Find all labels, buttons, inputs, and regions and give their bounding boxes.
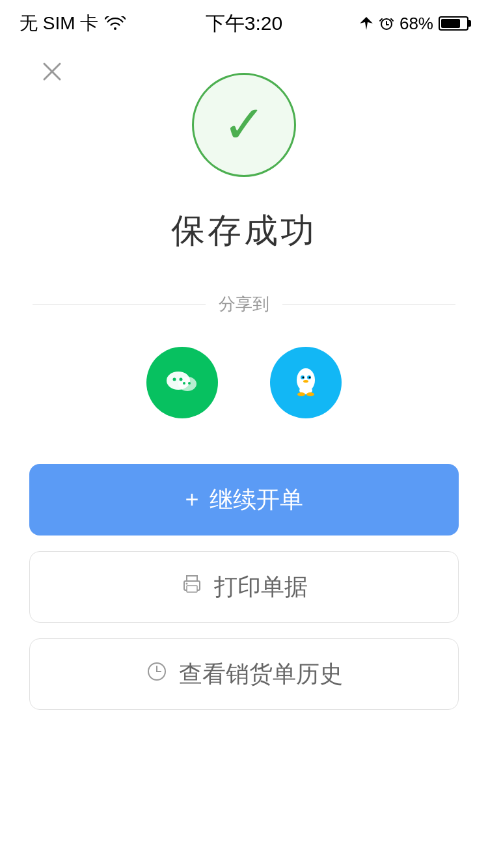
history-label: 查看销货单历史: [179, 658, 343, 690]
status-left: 无 SIM 卡: [20, 11, 126, 36]
svg-point-6: [180, 378, 183, 381]
share-divider: 分享到: [33, 293, 455, 316]
svg-point-12: [306, 392, 314, 396]
continue-button[interactable]: + 继续开单: [29, 464, 459, 536]
continue-label: 继续开单: [210, 484, 303, 516]
status-bar: 无 SIM 卡 下午3:20 68%: [0, 0, 488, 47]
svg-point-15: [303, 377, 305, 379]
battery-indicator: [439, 16, 468, 31]
svg-point-7: [183, 382, 185, 385]
alarm-icon: [379, 16, 394, 31]
close-button[interactable]: [33, 52, 72, 91]
divider-line-right: [282, 304, 455, 305]
share-label: 分享到: [219, 293, 269, 316]
sim-status: 无 SIM 卡: [20, 11, 98, 36]
print-button[interactable]: 打印单据: [29, 551, 459, 623]
print-icon: [180, 573, 204, 602]
qq-icon: [285, 362, 327, 403]
wechat-share-button[interactable]: [146, 347, 218, 418]
print-label: 打印单据: [214, 571, 308, 603]
svg-point-17: [303, 380, 308, 383]
wechat-icon: [161, 362, 203, 403]
svg-point-20: [186, 582, 188, 584]
svg-point-8: [188, 382, 191, 385]
share-icons-row: [146, 347, 342, 418]
checkmark-icon: ✓: [223, 99, 266, 151]
main-content: ✓ 保存成功 分享到: [0, 47, 488, 710]
wifi-icon: [105, 16, 126, 31]
qq-share-button[interactable]: [270, 347, 342, 418]
battery-percent: 68%: [400, 14, 433, 34]
svg-point-16: [309, 377, 311, 379]
action-buttons: + 继续开单 打印单据 查看销货单历史: [29, 464, 459, 710]
status-time: 下午3:20: [206, 10, 282, 37]
svg-point-5: [173, 378, 176, 381]
close-icon: [39, 59, 65, 85]
history-button[interactable]: 查看销货单历史: [29, 638, 459, 710]
success-title: 保存成功: [171, 208, 317, 254]
success-circle: ✓: [192, 73, 296, 177]
svg-rect-19: [187, 586, 197, 592]
clock-icon: [145, 660, 169, 689]
location-icon: [359, 16, 373, 31]
svg-point-11: [297, 392, 305, 396]
plus-icon: +: [185, 486, 198, 513]
status-right: 68%: [359, 14, 468, 34]
divider-line-left: [33, 304, 206, 305]
